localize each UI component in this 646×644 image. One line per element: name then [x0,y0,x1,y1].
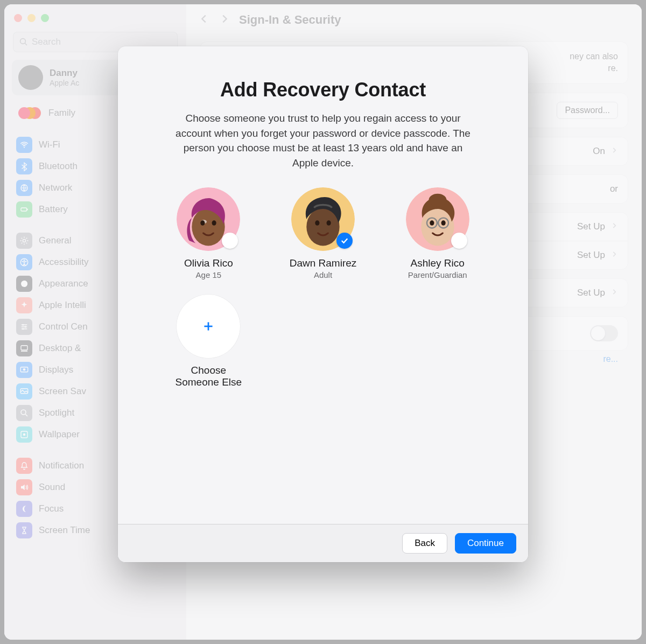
contact-option[interactable]: Ashley Rico Parent/Guardian [385,187,489,279]
choose-someone-else[interactable]: Choose Someone Else [157,295,261,388]
contact-role: Age 15 [196,270,222,279]
modal-title: Add Recovery Contact [157,79,489,101]
contact-name: Ashley Rico [411,257,465,269]
contact-role: Parent/Guardian [408,270,467,279]
modal-description: Choose someone you trust to help you reg… [172,111,474,170]
contact-option[interactable]: Dawn Ramirez Adult [271,187,375,279]
contact-avatar [177,187,240,251]
modal-body: Add Recovery Contact Choose someone you … [118,46,528,524]
modal-footer: Back Continue [118,524,528,562]
contact-name: Olivia Rico [184,257,233,269]
modal-overlay: Add Recovery Contact Choose someone you … [0,0,646,644]
continue-button[interactable]: Continue [455,533,516,554]
contact-avatar [291,187,355,251]
contact-option[interactable]: Olivia Rico Age 15 [157,187,261,279]
selected-checkmark-icon [336,233,353,249]
svg-point-35 [441,221,445,226]
contact-avatar [406,187,469,251]
add-recovery-contact-modal: Add Recovery Contact Choose someone you … [118,46,528,562]
svg-point-31 [429,194,446,207]
back-button[interactable]: Back [402,533,447,554]
svg-point-34 [430,221,434,226]
contact-name: Dawn Ramirez [290,257,357,269]
svg-point-27 [315,221,319,226]
plus-icon [177,295,240,358]
contact-role: Adult [314,270,332,279]
svg-point-24 [212,221,216,226]
svg-point-28 [326,221,331,226]
contacts-grid: Olivia Rico Age 15 Dawn Ramirez Adult [157,187,489,388]
selection-badge [222,233,238,249]
svg-point-23 [201,221,205,226]
selection-badge [451,233,467,249]
choose-else-label: Choose Someone Else [175,365,242,388]
